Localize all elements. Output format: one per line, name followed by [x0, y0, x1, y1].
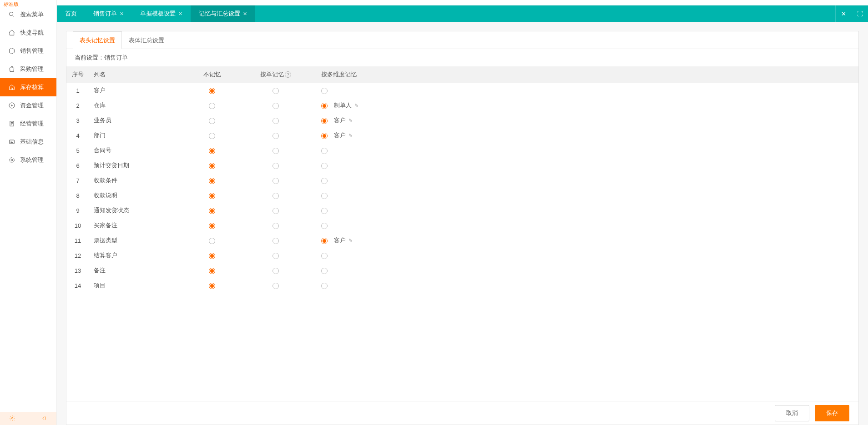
close-icon[interactable]: ✕ [120, 11, 124, 17]
cell-name: 票据类型 [89, 233, 180, 248]
sidebar-item-basic[interactable]: 基础信息 [0, 133, 56, 151]
radio-by-dim[interactable] [321, 253, 328, 259]
sidebar-item-funds[interactable]: 资金管理 [0, 96, 56, 115]
dim-value[interactable]: 客户 [334, 236, 346, 245]
radio-by-dim[interactable] [321, 268, 328, 274]
edit-icon[interactable]: ✎ [348, 133, 353, 139]
dim-value[interactable]: 客户 [334, 116, 346, 125]
radio-by-bill[interactable] [273, 223, 279, 229]
radio-no-mem[interactable] [209, 163, 215, 169]
cancel-button[interactable]: 取消 [775, 405, 809, 421]
table-row: 9通知发货状态 [66, 203, 858, 218]
radio-no-mem[interactable] [209, 133, 215, 139]
radio-no-mem[interactable] [209, 268, 215, 274]
close-all-tabs-button[interactable] [835, 5, 852, 22]
sidebar-item-sales[interactable]: 销售管理 [0, 42, 56, 60]
radio-by-bill[interactable] [273, 133, 279, 139]
radio-by-dim[interactable] [321, 88, 328, 94]
cell-name: 预计交货日期 [89, 158, 180, 173]
radio-no-mem[interactable] [209, 208, 215, 214]
table-row: 13备注 [66, 263, 858, 278]
radio-no-mem[interactable] [209, 223, 215, 229]
radio-by-bill[interactable] [273, 163, 279, 169]
sidebar-item-inventory[interactable]: 库存核算 [0, 78, 56, 96]
radio-by-dim[interactable] [321, 148, 328, 154]
sidebar-item-system[interactable]: 系统管理 [0, 151, 56, 169]
radio-by-bill[interactable] [273, 178, 279, 184]
cell-name: 备注 [89, 263, 180, 278]
radio-no-mem[interactable] [209, 283, 215, 289]
radio-no-mem[interactable] [209, 178, 215, 184]
subtab[interactable]: 表头记忆设置 [73, 31, 122, 49]
bag-icon [8, 65, 15, 73]
radio-by-bill[interactable] [273, 283, 279, 289]
radio-by-dim[interactable] [321, 193, 328, 199]
close-icon[interactable]: ✕ [178, 11, 182, 17]
house-icon [8, 84, 15, 91]
fullscreen-icon[interactable] [852, 5, 868, 22]
sidebar-item-label: 系统管理 [20, 156, 44, 164]
save-button[interactable]: 保存 [815, 405, 849, 421]
radio-by-dim[interactable] [321, 283, 328, 289]
radio-by-dim[interactable] [321, 133, 328, 139]
table-row: 10买家备注 [66, 218, 858, 233]
tab[interactable]: 首页 [57, 5, 85, 22]
sidebar-item-quick-nav[interactable]: 快捷导航 [0, 24, 56, 42]
radio-by-dim[interactable] [321, 208, 328, 214]
radio-by-dim[interactable] [321, 118, 328, 124]
cell-seq: 10 [66, 218, 89, 233]
radio-by-bill[interactable] [273, 103, 279, 109]
edit-icon[interactable]: ✎ [348, 238, 353, 244]
tab[interactable]: 销售订单✕ [85, 5, 132, 22]
radio-no-mem[interactable] [209, 148, 215, 154]
radio-no-mem[interactable] [209, 238, 215, 244]
edit-icon[interactable]: ✎ [348, 118, 353, 124]
sidebar-item-purchase[interactable]: 采购管理 [0, 60, 56, 78]
radio-by-bill[interactable] [273, 253, 279, 259]
sidebar-item-label: 快捷导航 [20, 29, 44, 37]
radio-by-dim[interactable] [321, 238, 328, 244]
sidebar-item-operate[interactable]: 经营管理 [0, 115, 56, 133]
sidebar-item-search-menu[interactable]: 搜索菜单 [0, 5, 56, 24]
radio-no-mem[interactable] [209, 103, 215, 109]
radio-by-bill[interactable] [273, 193, 279, 199]
radio-by-dim[interactable] [321, 103, 328, 109]
settings-icon[interactable] [9, 415, 15, 423]
close-icon[interactable]: ✕ [243, 11, 247, 17]
cell-seq: 8 [66, 188, 89, 203]
radio-by-bill[interactable] [273, 238, 279, 244]
radio-by-dim[interactable] [321, 178, 328, 184]
subtab[interactable]: 表体汇总设置 [122, 31, 171, 49]
home-icon [8, 29, 15, 36]
table-row: 5合同号 [66, 143, 858, 158]
col-no-mem: 不记忆 [180, 66, 244, 83]
tabbar: 首页销售订单✕单据模板设置✕记忆与汇总设置✕ [57, 5, 868, 22]
clipboard-icon [8, 120, 15, 127]
cell-name: 通知发货状态 [89, 203, 180, 218]
cell-name: 合同号 [89, 143, 180, 158]
radio-no-mem[interactable] [209, 253, 215, 259]
collapse-icon[interactable] [40, 415, 47, 423]
cell-seq: 3 [66, 113, 89, 128]
tab[interactable]: 单据模板设置✕ [132, 5, 191, 22]
radio-by-bill[interactable] [273, 268, 279, 274]
edit-icon[interactable]: ✎ [354, 103, 358, 109]
radio-no-mem[interactable] [209, 118, 215, 124]
radio-by-bill[interactable] [273, 118, 279, 124]
footer: 取消 保存 [66, 401, 858, 425]
radio-by-bill[interactable] [273, 88, 279, 94]
cell-name: 买家备注 [89, 218, 180, 233]
radio-by-dim[interactable] [321, 163, 328, 169]
tab[interactable]: 记忆与汇总设置✕ [191, 5, 255, 22]
radio-no-mem[interactable] [209, 88, 215, 94]
help-icon[interactable]: ? [285, 71, 291, 78]
sidebar-item-label: 销售管理 [20, 47, 44, 55]
radio-no-mem[interactable] [209, 193, 215, 199]
radio-by-dim[interactable] [321, 223, 328, 229]
radio-by-bill[interactable] [273, 148, 279, 154]
table-row: 3业务员客户✎ [66, 113, 858, 128]
dim-value[interactable]: 制单人 [334, 101, 352, 110]
dim-value[interactable]: 客户 [334, 131, 346, 140]
radio-by-bill[interactable] [273, 208, 279, 214]
tab-label: 记忆与汇总设置 [199, 10, 240, 18]
